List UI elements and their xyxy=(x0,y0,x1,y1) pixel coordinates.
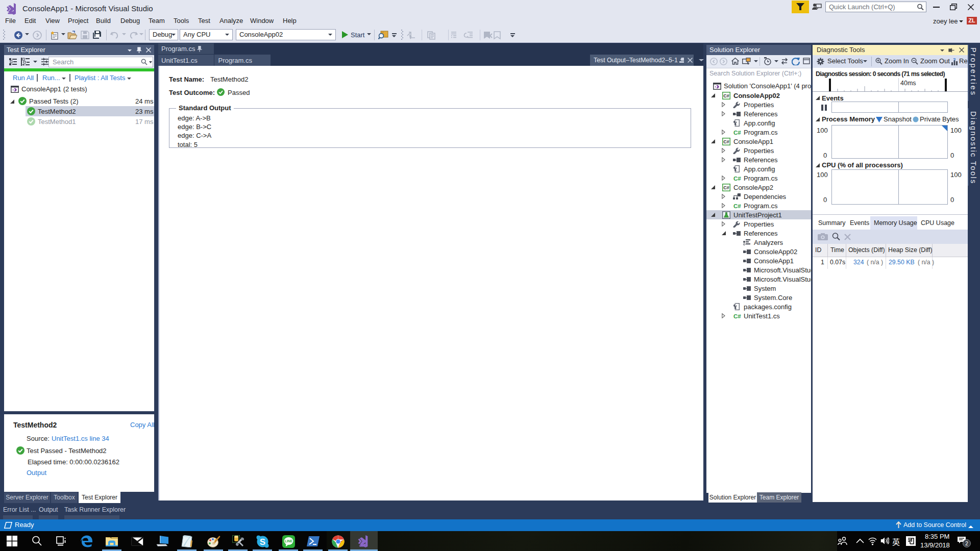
svg-text:C#: C# xyxy=(733,313,741,319)
svg-text:C#: C# xyxy=(723,93,729,98)
svg-text:C#: C# xyxy=(733,130,741,136)
svg-text:C#: C# xyxy=(733,176,741,182)
svg-text:S: S xyxy=(260,537,265,547)
svg-text:C#: C# xyxy=(733,203,741,209)
svg-text:LINE: LINE xyxy=(285,539,292,543)
svg-text:C#: C# xyxy=(723,139,729,144)
svg-text:?: ? xyxy=(953,57,956,62)
svg-text:C#: C# xyxy=(723,185,729,190)
svg-text:2: 2 xyxy=(965,540,968,546)
